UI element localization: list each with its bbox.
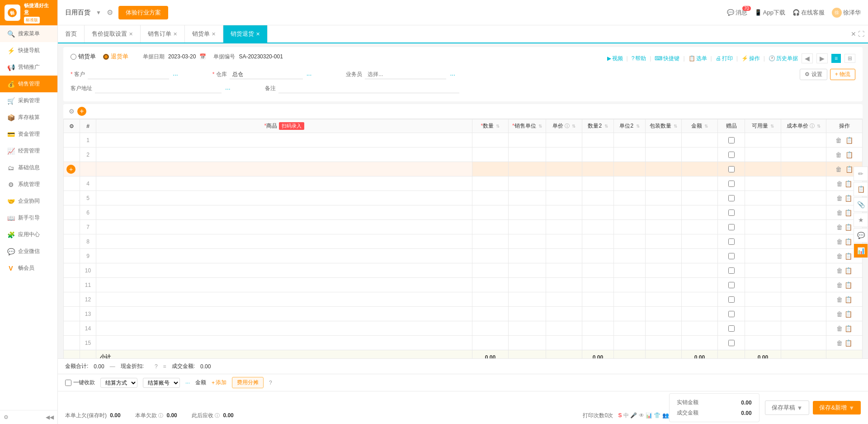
price-sort-icon[interactable]: ⇅ bbox=[572, 124, 576, 129]
tab-maximize-icon[interactable]: ⛶ bbox=[858, 30, 864, 38]
help-link[interactable]: ? 帮助 bbox=[632, 55, 646, 62]
row-5-del[interactable]: 🗑 bbox=[835, 194, 844, 203]
radio-sale-input[interactable] bbox=[71, 54, 76, 60]
row-8-copy[interactable]: 📋 bbox=[844, 237, 853, 246]
row-12-gift-cb[interactable] bbox=[728, 296, 735, 303]
price-info-icon[interactable]: ⓘ bbox=[565, 123, 570, 129]
receivable-info[interactable]: ⓘ bbox=[215, 413, 220, 418]
tab-sale-goods[interactable]: 销货单 ✕ bbox=[185, 25, 223, 43]
warehouse-input[interactable] bbox=[230, 70, 303, 79]
tab-sale-price-close[interactable]: ✕ bbox=[129, 31, 133, 37]
select-link[interactable]: 📋 选单 bbox=[689, 55, 707, 62]
sidebar-item-vip[interactable]: V 畅会员 bbox=[0, 260, 57, 276]
radio-sale[interactable]: 销货单 bbox=[71, 52, 96, 61]
unit2-sort-icon[interactable]: ⇅ bbox=[636, 124, 640, 129]
one-key-cb[interactable] bbox=[65, 380, 71, 386]
row-2-qty2[interactable] bbox=[582, 148, 614, 162]
address-input[interactable] bbox=[95, 84, 222, 93]
float-msg-btn[interactable]: 💬 bbox=[854, 228, 868, 243]
next-btn[interactable]: ▶ bbox=[816, 53, 828, 63]
staff-select-btn[interactable]: ··· bbox=[450, 71, 455, 78]
sidebar-item-apps[interactable]: 🧩 应用中心 bbox=[0, 226, 57, 243]
calc-method-select[interactable]: 结算方式 bbox=[100, 378, 137, 388]
expense-split-btn[interactable]: 费用分摊 bbox=[232, 377, 264, 388]
row-4-copy[interactable]: 📋 bbox=[844, 179, 853, 188]
row-1-product[interactable] bbox=[96, 133, 472, 148]
row-1-pack[interactable] bbox=[646, 133, 682, 148]
row-7-del[interactable]: 🗑 bbox=[835, 223, 844, 232]
prev-btn[interactable]: ◀ bbox=[802, 53, 813, 63]
warehouse-select-btn[interactable]: ··· bbox=[307, 71, 312, 78]
row-13-copy[interactable]: 📋 bbox=[844, 310, 853, 319]
amount-sort-icon[interactable]: ⇅ bbox=[704, 124, 708, 129]
row-6-gift-cb[interactable] bbox=[728, 210, 735, 216]
save-draft-btn[interactable]: 保存草稿 ▼ bbox=[765, 400, 810, 415]
scan-btn[interactable]: 扫码录入 bbox=[279, 122, 304, 130]
list-view-icon[interactable]: ≡ bbox=[831, 54, 841, 63]
row-1-avail[interactable] bbox=[745, 133, 781, 148]
cost-info-icon[interactable]: ⓘ bbox=[810, 123, 815, 129]
tab-home[interactable]: 首页 bbox=[58, 25, 85, 43]
unit-sort-icon[interactable]: ⇅ bbox=[538, 124, 542, 129]
sidebar-item-sales[interactable]: 💰 销售管理 bbox=[0, 76, 57, 92]
row-14-del[interactable]: 🗑 bbox=[835, 324, 844, 333]
sidebar-item-operations[interactable]: 📈 经营管理 bbox=[0, 143, 57, 159]
operate-link[interactable]: ⚡ 操作 bbox=[741, 55, 760, 62]
sidebar-item-guide[interactable]: 📖 新手引导 bbox=[0, 210, 57, 226]
row-1-gift-cb[interactable] bbox=[728, 137, 735, 143]
topbar-user[interactable]: 徐 徐泽华 bbox=[832, 8, 861, 18]
save-draft-dropdown-icon[interactable]: ▼ bbox=[797, 405, 803, 411]
save-new-btn[interactable]: 保存&新增 ▼ bbox=[813, 401, 861, 414]
row-11-gift-cb[interactable] bbox=[728, 282, 735, 288]
float-attach-btn[interactable]: 📎 bbox=[854, 197, 868, 212]
row-1-unit[interactable] bbox=[508, 133, 546, 148]
row-1-price[interactable] bbox=[546, 133, 582, 148]
split-help-icon[interactable]: ? bbox=[269, 380, 272, 386]
row-7-gift-cb[interactable] bbox=[728, 224, 735, 230]
staff-input[interactable] bbox=[365, 70, 446, 79]
row-1-delete-btn[interactable]: 🗑 bbox=[835, 136, 843, 145]
account-method-select[interactable]: 结算账号 bbox=[143, 378, 180, 388]
row-15-del[interactable]: 🗑 bbox=[835, 338, 844, 348]
sidebar-collapse-icon[interactable]: ◀◀ bbox=[46, 414, 54, 420]
row-5-copy[interactable]: 📋 bbox=[844, 194, 853, 203]
row-13-gift-cb[interactable] bbox=[728, 311, 735, 317]
row-8-del[interactable]: 🗑 bbox=[835, 237, 844, 246]
customer-input[interactable] bbox=[88, 70, 169, 79]
row-11-del[interactable]: 🗑 bbox=[835, 281, 844, 290]
add-payment-btn[interactable]: + 添加 bbox=[212, 379, 226, 386]
topbar-dropdown-icon[interactable]: ▼ bbox=[96, 10, 101, 16]
row-5-gift-cb[interactable] bbox=[728, 195, 735, 201]
row-3-delete-btn[interactable]: 🗑 bbox=[835, 165, 843, 174]
table-gear-icon[interactable]: ⚙ bbox=[69, 108, 75, 115]
row-12-copy[interactable]: 📋 bbox=[844, 295, 853, 304]
sidebar-item-purchase[interactable]: 🛒 采购管理 bbox=[0, 92, 57, 109]
add-row-btn[interactable]: + bbox=[77, 107, 86, 116]
pack-sort-icon[interactable]: ⇅ bbox=[674, 124, 677, 129]
experience-btn[interactable]: 体验行业方案 bbox=[118, 6, 168, 19]
shortcuts-link[interactable]: ⌨ 快捷键 bbox=[655, 55, 679, 62]
row-6-del[interactable]: 🗑 bbox=[835, 208, 844, 217]
tab-sale-goods-close[interactable]: ✕ bbox=[212, 31, 216, 37]
avail-sort-icon[interactable]: ⇅ bbox=[770, 124, 774, 129]
sidebar-item-shortcut[interactable]: ⚡ 快捷导航 bbox=[0, 42, 57, 59]
topbar-service[interactable]: 🎧 在线客服 bbox=[793, 9, 825, 17]
topbar-gear-icon[interactable]: ⚙ bbox=[107, 8, 113, 17]
qty2-sort-icon[interactable]: ⇅ bbox=[604, 124, 608, 129]
qty-sort-icon[interactable]: ⇅ bbox=[496, 124, 500, 129]
row-2-pack[interactable] bbox=[646, 148, 682, 162]
row-2-price[interactable] bbox=[546, 148, 582, 162]
tab-sale-return-close[interactable]: ✕ bbox=[256, 31, 260, 37]
row-3-unit2[interactable] bbox=[614, 162, 646, 176]
print-link[interactable]: 🖨 打印 bbox=[716, 55, 733, 62]
customer-select-btn[interactable]: ··· bbox=[173, 71, 178, 78]
row-2-qty[interactable] bbox=[472, 148, 508, 162]
overdue-info[interactable]: ⓘ bbox=[158, 413, 163, 418]
row-10-copy[interactable]: 📋 bbox=[844, 266, 853, 275]
sidebar-item-marketing[interactable]: 📢 营销推广 bbox=[0, 59, 57, 76]
row-11-copy[interactable]: 📋 bbox=[844, 281, 853, 290]
tab-sale-order[interactable]: 销售订单 ✕ bbox=[141, 25, 185, 43]
add-logistics-btn[interactable]: + 物流 bbox=[830, 69, 855, 80]
row-8-gift-cb[interactable] bbox=[728, 238, 735, 245]
cash-help-icon[interactable]: ? bbox=[155, 363, 158, 370]
